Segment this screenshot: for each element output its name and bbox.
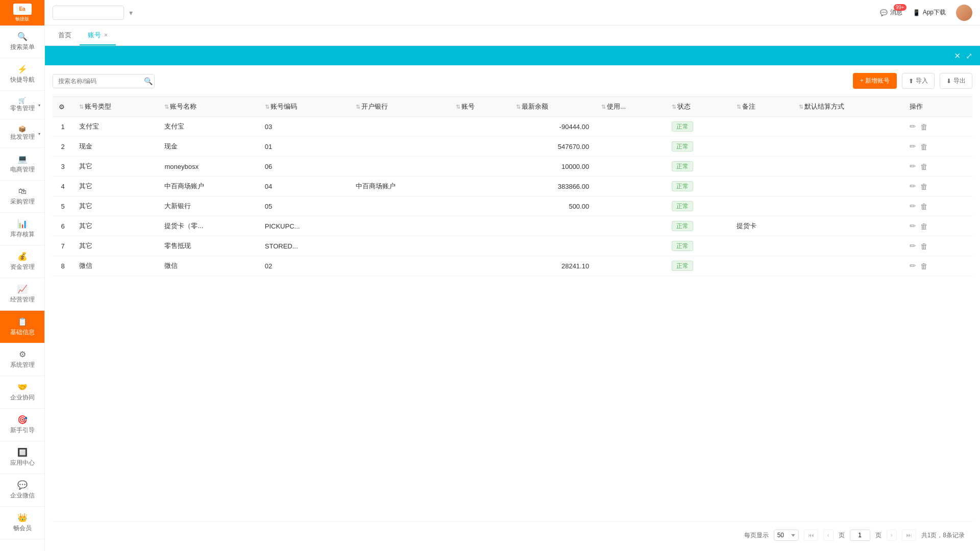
cell-status-7: 正常	[666, 256, 730, 276]
sidebar-label-12: 新手引导	[10, 426, 35, 435]
cell-action-7: ✏ 🗑	[903, 256, 972, 276]
sidebar-item-新手引导[interactable]: 🎯新手引导	[0, 409, 44, 441]
cell-balance-4: 500.00	[510, 196, 595, 216]
edit-icon-4[interactable]: ✏	[910, 202, 916, 211]
cell-bank-0	[350, 117, 450, 137]
header-search-input[interactable]	[53, 6, 124, 20]
sidebar-item-企业微信[interactable]: 💬企业微信	[0, 474, 44, 507]
edit-icon-5[interactable]: ✏	[910, 221, 916, 231]
delete-icon-2[interactable]: 🗑	[920, 162, 928, 171]
edit-icon-7[interactable]: ✏	[910, 261, 916, 270]
cell-name-0: 支付宝	[158, 117, 258, 137]
per-page-label: 每页显示	[744, 531, 769, 540]
last-page-button[interactable]: ⏭	[902, 530, 916, 541]
cell-id-1: 2	[53, 137, 73, 157]
delete-icon-3[interactable]: 🗑	[920, 182, 928, 191]
sidebar-icon-4: 💻	[17, 154, 28, 164]
action-icons-3: ✏ 🗑	[910, 182, 966, 191]
delete-icon-0[interactable]: 🗑	[920, 122, 928, 131]
sidebar-item-资金管理[interactable]: 💰资金管理	[0, 245, 44, 278]
th-name[interactable]: ⇅账号名称	[158, 97, 258, 117]
header-right: 💬 消息 99+ 📱 App下载	[880, 5, 972, 21]
search-button[interactable]: 🔍	[140, 74, 155, 88]
cell-code-4: 05	[259, 196, 350, 216]
cell-status-4: 正常	[666, 196, 730, 216]
cell-account-0	[450, 117, 509, 137]
edit-icon-0[interactable]: ✏	[910, 122, 916, 131]
th-note[interactable]: ⇅备注	[730, 97, 792, 117]
table-row: 5 其它 大新银行 05 500.00 正常 ✏ 🗑	[53, 196, 972, 216]
cell-name-3: 中百商场账户	[158, 177, 258, 196]
cell-account-5	[450, 216, 509, 236]
sidebar-item-快捷导航[interactable]: ⚡快捷导航	[0, 58, 44, 91]
table-row: 8 微信 微信 02 28241.10 正常 ✏ 🗑	[53, 256, 972, 276]
action-icons-7: ✏ 🗑	[910, 261, 966, 270]
delete-icon-4[interactable]: 🗑	[920, 202, 928, 211]
prev-page-button[interactable]: ‹	[823, 530, 834, 541]
sidebar-item-库存核算[interactable]: 📊库存核算	[0, 213, 44, 245]
th-balance[interactable]: ⇅最新余额	[510, 97, 595, 117]
delete-icon-1[interactable]: 🗑	[920, 142, 928, 151]
search-input[interactable]	[53, 74, 140, 88]
sidebar-item-基础信息[interactable]: 📋基础信息	[0, 311, 44, 343]
sidebar-icon-12: 🎯	[17, 415, 28, 424]
cell-code-7: 02	[259, 256, 350, 276]
table-row: 6 其它 提货卡（零... PICKUPC... 正常 提货卡 ✏ 🗑	[53, 216, 972, 236]
edit-icon-3[interactable]: ✏	[910, 182, 916, 191]
sidebar-item-批发管理[interactable]: 📦批发管理▾	[0, 119, 44, 148]
sidebar-item-企业协同[interactable]: 🤝企业协同	[0, 376, 44, 409]
tab-home[interactable]: 首页	[50, 26, 80, 45]
sidebar-item-零售管理[interactable]: 🛒零售管理▾	[0, 91, 44, 119]
sidebar-label-3: 批发管理	[10, 133, 35, 141]
message-button[interactable]: 💬 消息 99+	[880, 8, 902, 17]
add-account-button[interactable]: + 新增账号	[853, 73, 897, 89]
cell-code-1: 01	[259, 137, 350, 157]
cell-balance-6	[510, 236, 595, 256]
sidebar-item-系统管理[interactable]: ⚙系统管理	[0, 343, 44, 376]
tab-account[interactable]: 账号 ×	[80, 26, 116, 45]
edit-icon-6[interactable]: ✏	[910, 241, 916, 251]
import-icon: ⬆	[909, 78, 914, 85]
search-wrap: 🔍	[53, 74, 155, 88]
logo-sub-text: 畅捷版	[15, 16, 29, 22]
th-usage[interactable]: ⇅使用...	[595, 97, 666, 117]
th-code[interactable]: ⇅账号编码	[259, 97, 350, 117]
sidebar-item-采购管理[interactable]: 🛍采购管理	[0, 181, 44, 213]
tab-account-close[interactable]: ×	[104, 32, 108, 38]
th-account[interactable]: ⇅账号	[450, 97, 509, 117]
arrow-icon-3: ▾	[38, 131, 40, 136]
delete-icon-7[interactable]: 🗑	[920, 262, 928, 270]
pagination: 每页显示 50 20 100 ⏮ ‹ 页 页 › ⏭ 共1页，8条记录	[53, 521, 972, 543]
header-dropdown-arrow[interactable]: ▾	[129, 9, 133, 17]
sidebar-label-8: 经营管理	[10, 295, 35, 304]
per-page-select[interactable]: 50 20 100	[774, 530, 799, 541]
window-expand-button[interactable]: ⤢	[966, 51, 972, 61]
th-settings[interactable]: ⚙	[53, 97, 73, 117]
sidebar-item-电商管理[interactable]: 💻电商管理	[0, 148, 44, 181]
export-button[interactable]: ⬇ 导出	[940, 73, 972, 89]
edit-icon-2[interactable]: ✏	[910, 162, 916, 171]
total-label: 共1页，8条记录	[921, 531, 965, 540]
window-close-button[interactable]: ✕	[954, 51, 961, 61]
user-avatar[interactable]	[956, 5, 972, 21]
status-badge-6: 正常	[672, 241, 693, 251]
delete-icon-5[interactable]: 🗑	[920, 222, 928, 231]
th-type[interactable]: ⇅账号类型	[73, 97, 158, 117]
page-input[interactable]	[850, 530, 870, 541]
edit-icon-1[interactable]: ✏	[910, 142, 916, 151]
th-status[interactable]: ⇅状态	[666, 97, 730, 117]
cell-status-3: 正常	[666, 177, 730, 196]
th-bank[interactable]: ⇅开户银行	[350, 97, 450, 117]
cell-type-5: 其它	[73, 216, 158, 236]
first-page-button[interactable]: ⏮	[804, 530, 818, 541]
app-download-button[interactable]: 📱 App下载	[913, 8, 946, 17]
table-header: ⚙ ⇅账号类型 ⇅账号名称 ⇅账号编码 ⇅开户银行 ⇅账号 ⇅最新余额 ⇅使用.…	[53, 97, 972, 117]
th-default-settle[interactable]: ⇅默认结算方式	[793, 97, 903, 117]
import-button[interactable]: ⬆ 导入	[902, 73, 935, 89]
sidebar-item-应用中心[interactable]: 🔲应用中心	[0, 441, 44, 474]
sidebar-item-搜索菜单[interactable]: 🔍搜索菜单	[0, 26, 44, 58]
sidebar-item-畅会员[interactable]: 👑畅会员	[0, 507, 44, 539]
next-page-button[interactable]: ›	[887, 530, 897, 541]
sidebar-item-经营管理[interactable]: 📈经营管理	[0, 278, 44, 311]
delete-icon-6[interactable]: 🗑	[920, 242, 928, 251]
